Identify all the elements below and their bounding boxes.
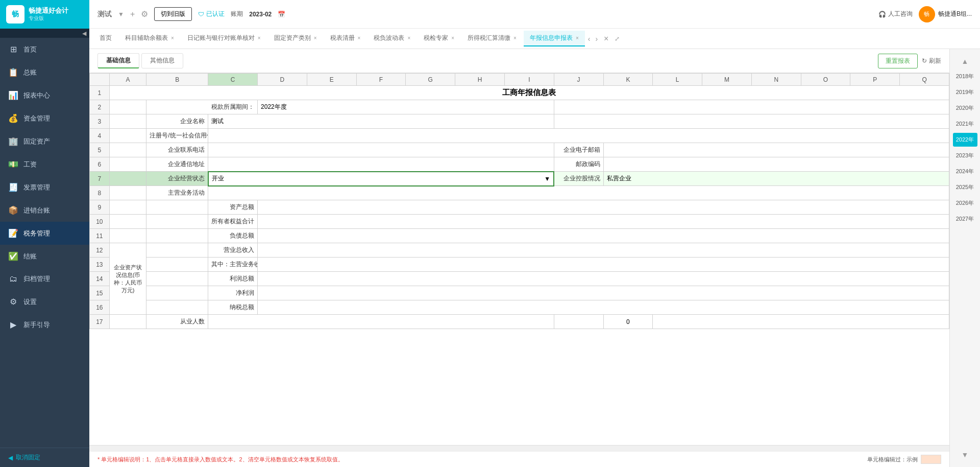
- tab-close-subject-aux[interactable]: ×: [171, 35, 174, 41]
- sidebar-label-12: 新手引导: [23, 320, 50, 330]
- reset-report-btn[interactable]: 重置报表: [878, 54, 918, 68]
- topbar-settings-icon[interactable]: ⚙: [141, 9, 148, 19]
- year-2026[interactable]: 2026年: [953, 196, 977, 210]
- year-2019[interactable]: 2019年: [953, 85, 977, 99]
- service-btn[interactable]: 🎧 人工咨询: [878, 10, 913, 18]
- cell-9d[interactable]: [258, 200, 949, 215]
- sidebar-item-进销台账[interactable]: 📦进销台账: [0, 199, 89, 222]
- cell-14d[interactable]: [258, 272, 949, 286]
- cell-5b: 企业联系电话: [146, 143, 208, 157]
- horizontal-scrollbar[interactable]: [89, 445, 949, 451]
- year-nav-up[interactable]: ▲: [960, 55, 971, 67]
- col-header-b: B: [146, 74, 208, 86]
- tab-income-tax[interactable]: 所得税汇算清缴 ×: [461, 31, 523, 46]
- tab-next-btn[interactable]: ›: [593, 34, 600, 44]
- sidebar-item-总账[interactable]: 📋总账: [0, 61, 89, 84]
- cell-13d[interactable]: [258, 258, 949, 272]
- cell-17k[interactable]: 0: [603, 315, 653, 329]
- year-2018[interactable]: 2018年: [953, 69, 977, 83]
- year-2025[interactable]: 2025年: [953, 180, 977, 194]
- cell-5c[interactable]: [208, 143, 554, 157]
- cell-7c-dropdown[interactable]: 开业 ▼: [208, 172, 554, 186]
- main-area: 测试 ▼ + ⚙ 切到旧版 🛡 已认证 账期 2023-02 📅 🎧 人工咨询 …: [89, 0, 980, 467]
- tab-tax-list[interactable]: 税表清册 ×: [324, 31, 367, 46]
- sidebar-item-设置[interactable]: ⚙设置: [0, 290, 89, 313]
- tab-prev-btn[interactable]: ‹: [586, 34, 593, 44]
- tab-close-tax-fluctuation[interactable]: ×: [407, 35, 410, 41]
- sidebar-collapse-btn[interactable]: ◀: [0, 29, 89, 38]
- cell-10a: [109, 215, 146, 229]
- row-num-6: 6: [90, 157, 110, 172]
- sheet-toolbar: 基础信息 其他信息 重置报表 ↻ 刷新: [89, 49, 949, 73]
- cell-4c[interactable]: [208, 129, 949, 143]
- sidebar-item-新手引导[interactable]: ▶新手引导: [0, 313, 89, 336]
- sheet-tab-other[interactable]: 其他信息: [141, 53, 183, 68]
- sidebar-item-归档管理[interactable]: 🗂归档管理: [0, 268, 89, 290]
- sidebar-item-工资[interactable]: 💵工资: [0, 153, 89, 176]
- spreadsheet-wrapper[interactable]: A B C D E F G H I J K L M: [89, 73, 949, 445]
- tab-close-income-tax[interactable]: ×: [513, 35, 517, 41]
- tab-journal[interactable]: 日记账与银行对账单核对 ×: [181, 31, 267, 46]
- cell-7k[interactable]: 私营企业: [603, 172, 949, 186]
- year-nav-down[interactable]: ▼: [960, 449, 971, 461]
- cell-12d[interactable]: [258, 243, 949, 258]
- tab-tax-fluctuation[interactable]: 税负波动表 ×: [368, 31, 416, 46]
- cell-11d[interactable]: [258, 229, 949, 243]
- table-row: 4 注册号/统一社会信用代码: [90, 129, 949, 143]
- year-2023[interactable]: 2023年: [953, 149, 977, 162]
- tab-close-tax-expert[interactable]: ×: [451, 35, 454, 41]
- tab-fixed-assets[interactable]: 固定资产类别 ×: [268, 31, 323, 46]
- tab-tax-expert[interactable]: 税检专家 ×: [418, 31, 460, 46]
- sidebar-pin-btn[interactable]: ◀ 取消固定: [0, 448, 89, 467]
- cell-6k[interactable]: [603, 157, 949, 172]
- calendar-icon[interactable]: 📅: [278, 11, 285, 18]
- sidebar-item-发票管理[interactable]: 🧾发票管理: [0, 176, 89, 199]
- sheet-tab-basic[interactable]: 基础信息: [97, 53, 139, 68]
- tab-annual-report[interactable]: 年报信息申报表 ×: [524, 31, 585, 46]
- spreadsheet-table: A B C D E F G H I J K L M: [89, 73, 949, 329]
- sidebar-label-7: 进销台账: [23, 206, 50, 215]
- year-2022[interactable]: 2022年: [953, 133, 977, 147]
- refresh-btn[interactable]: ↻ 刷新: [922, 57, 941, 65]
- cell-5k[interactable]: [603, 143, 949, 157]
- sidebar-item-税务管理[interactable]: 📝税务管理: [0, 222, 89, 245]
- sidebar-item-结账[interactable]: ✅结账: [0, 245, 89, 268]
- cell-10d[interactable]: [258, 215, 949, 229]
- cell-2c[interactable]: 2022年度: [258, 100, 554, 114]
- year-2027[interactable]: 2027年: [953, 212, 977, 226]
- cell-3c[interactable]: 测试: [208, 114, 554, 129]
- topbar-add-btn[interactable]: +: [130, 10, 135, 19]
- tab-close-journal[interactable]: ×: [258, 35, 261, 41]
- topbar-dropdown-arrow[interactable]: ▼: [118, 11, 124, 18]
- sidebar-item-资金管理[interactable]: 💰资金管理: [0, 107, 89, 130]
- col-header-row: A B C D E F G H I J K L M: [90, 74, 949, 86]
- cell-8c[interactable]: [208, 186, 949, 200]
- footer-example-label: 单元格编辑过：示例: [867, 456, 918, 463]
- col-header-c: C: [208, 74, 258, 86]
- cell-6c[interactable]: [208, 157, 554, 172]
- cell-3b: 企业名称: [146, 114, 208, 129]
- cell-14c: 利润总额: [208, 272, 258, 286]
- tab-home[interactable]: 首页: [93, 31, 118, 46]
- year-2020[interactable]: 2020年: [953, 101, 977, 115]
- switch-old-btn[interactable]: 切到旧版: [154, 7, 192, 21]
- tab-close-tax-list[interactable]: ×: [358, 35, 361, 41]
- cell-15d[interactable]: [258, 286, 949, 300]
- tab-expand-btn[interactable]: ⤢: [612, 34, 622, 43]
- sidebar-item-报表中心[interactable]: 📊报表中心: [0, 84, 89, 107]
- cell-16d[interactable]: [258, 300, 949, 315]
- cell-title[interactable]: 工商年报信息表: [109, 86, 949, 100]
- user-menu[interactable]: 畅 畅捷通B组...: [919, 6, 972, 22]
- year-2024[interactable]: 2024年: [953, 165, 977, 178]
- tab-close-all-btn[interactable]: ×: [601, 33, 611, 44]
- example-color-box: [921, 455, 941, 464]
- year-2021[interactable]: 2021年: [953, 117, 977, 131]
- sidebar-item-首页[interactable]: ⊞首页: [0, 38, 89, 61]
- row-num-16: 16: [90, 300, 110, 315]
- tab-subject-aux[interactable]: 科目辅助余额表 ×: [119, 31, 180, 46]
- sidebar-item-固定资产[interactable]: 🏢固定资产: [0, 130, 89, 153]
- tab-close-annual-report[interactable]: ×: [576, 35, 579, 41]
- tab-close-fixed-assets[interactable]: ×: [314, 35, 317, 41]
- sheet-tabs: 基础信息 其他信息: [97, 53, 183, 68]
- cell-17c[interactable]: [208, 315, 554, 329]
